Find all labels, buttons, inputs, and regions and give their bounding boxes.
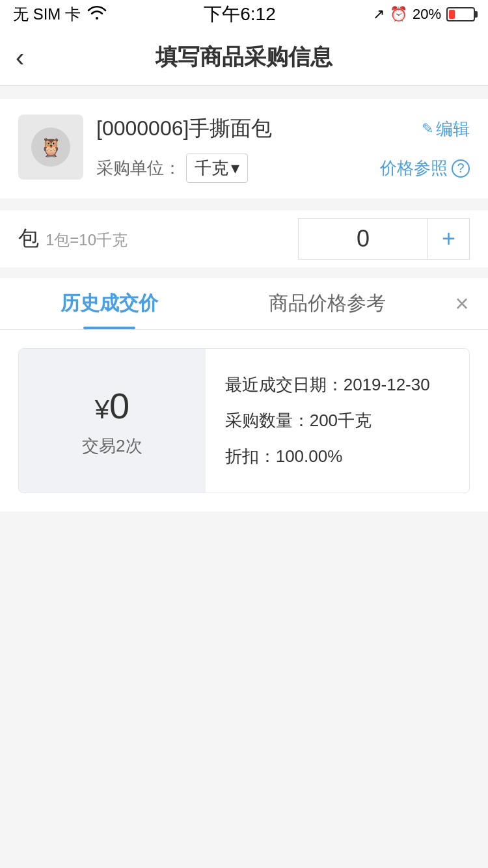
page-title: 填写商品采购信息 bbox=[156, 42, 332, 72]
history-trades: 交易2次 bbox=[82, 435, 142, 457]
quantity-value: 200千克 bbox=[310, 411, 372, 430]
quantity-label: 采购数量： bbox=[225, 411, 310, 430]
help-icon: ? bbox=[452, 159, 470, 178]
product-section: 🦉 [0000006]手撕面包 ✎ 编辑 采购单位： 千克 ▾ 价格参照 ? bbox=[0, 99, 488, 198]
history-price: ¥0 bbox=[95, 384, 129, 427]
status-left: 无 SIM 卡 bbox=[13, 4, 107, 25]
product-thumbnail: 🦉 bbox=[18, 115, 83, 180]
yen-symbol: ¥ bbox=[95, 395, 109, 424]
quantity-label-group: 包 1包=10千克 bbox=[18, 224, 128, 253]
history-price-side: ¥0 交易2次 bbox=[19, 349, 206, 493]
wifi-icon bbox=[87, 5, 107, 23]
battery-percent: 20% bbox=[413, 6, 441, 23]
discount-value: 100.00% bbox=[276, 446, 343, 466]
price-value: 0 bbox=[109, 385, 129, 426]
tab-product-price-ref[interactable]: 商品价格参考 bbox=[218, 278, 436, 329]
product-header: [0000006]手撕面包 ✎ 编辑 bbox=[96, 115, 470, 143]
status-time: 下午6:12 bbox=[204, 2, 276, 27]
product-name: [0000006]手撕面包 bbox=[96, 115, 272, 143]
battery-indicator bbox=[446, 7, 475, 21]
quantity-conversion: 1包=10千克 bbox=[46, 230, 128, 251]
quantity-section: 包 1包=10千克 + bbox=[0, 210, 488, 267]
quantity-row: 采购数量：200千克 bbox=[225, 408, 450, 433]
discount-label: 折扣： bbox=[225, 446, 276, 466]
tab-history-label: 历史成交价 bbox=[61, 290, 158, 317]
dropdown-icon: ▾ bbox=[231, 158, 239, 178]
price-ref-label: 价格参照 bbox=[380, 157, 448, 180]
tab-history-price[interactable]: 历史成交价 bbox=[0, 278, 218, 329]
price-reference-button[interactable]: 价格参照 ? bbox=[380, 157, 470, 180]
divider-2 bbox=[0, 267, 488, 278]
quantity-input-group: + bbox=[298, 218, 470, 260]
unit-prefix: 采购单位： bbox=[96, 157, 181, 180]
alarm-icon: ⏰ bbox=[390, 6, 407, 23]
unit-select[interactable]: 千克 ▾ bbox=[186, 154, 248, 183]
edit-icon: ✎ bbox=[422, 120, 433, 137]
close-button[interactable]: × bbox=[436, 290, 488, 318]
tab-active-indicator bbox=[83, 327, 135, 329]
status-right: ↗ ⏰ 20% bbox=[373, 6, 475, 23]
recent-date-row: 最近成交日期：2019-12-30 bbox=[225, 372, 450, 398]
back-button[interactable]: ‹ bbox=[16, 44, 24, 70]
recent-date-label: 最近成交日期： bbox=[225, 375, 344, 394]
discount-row: 折扣：100.00% bbox=[225, 444, 450, 469]
product-logo-icon: 🦉 bbox=[28, 124, 74, 170]
tab-price-ref-label: 商品价格参考 bbox=[269, 290, 386, 317]
edit-label: 编辑 bbox=[436, 118, 470, 141]
tabs-header: 历史成交价 商品价格参考 × bbox=[0, 278, 488, 330]
unit-value: 千克 bbox=[195, 157, 228, 180]
unit-label: 采购单位： 千克 ▾ bbox=[96, 154, 248, 183]
nav-bar: ‹ 填写商品采购信息 bbox=[0, 29, 488, 86]
product-info: [0000006]手撕面包 ✎ 编辑 采购单位： 千克 ▾ 价格参照 ? bbox=[96, 115, 470, 183]
history-content: ¥0 交易2次 最近成交日期：2019-12-30 采购数量：200千克 折扣：… bbox=[0, 330, 488, 511]
direction-icon: ↗ bbox=[373, 6, 385, 23]
quantity-input[interactable] bbox=[298, 218, 428, 260]
divider-1 bbox=[0, 198, 488, 209]
status-bar: 无 SIM 卡 下午6:12 ↗ ⏰ 20% bbox=[0, 0, 488, 29]
history-card: ¥0 交易2次 最近成交日期：2019-12-30 采购数量：200千克 折扣：… bbox=[18, 348, 470, 493]
edit-button[interactable]: ✎ 编辑 bbox=[422, 118, 470, 141]
history-detail-side: 最近成交日期：2019-12-30 采购数量：200千克 折扣：100.00% bbox=[206, 349, 469, 493]
tabs-section: 历史成交价 商品价格参考 × ¥0 交易2次 最近成交日期：2019-12-30… bbox=[0, 278, 488, 511]
recent-date-value: 2019-12-30 bbox=[344, 375, 430, 394]
quantity-plus-button[interactable]: + bbox=[428, 218, 470, 260]
svg-text:🦉: 🦉 bbox=[40, 137, 62, 158]
product-unit-row: 采购单位： 千克 ▾ 价格参照 ? bbox=[96, 154, 470, 183]
sim-indicator: 无 SIM 卡 bbox=[13, 4, 81, 25]
quantity-unit: 包 bbox=[18, 224, 39, 253]
